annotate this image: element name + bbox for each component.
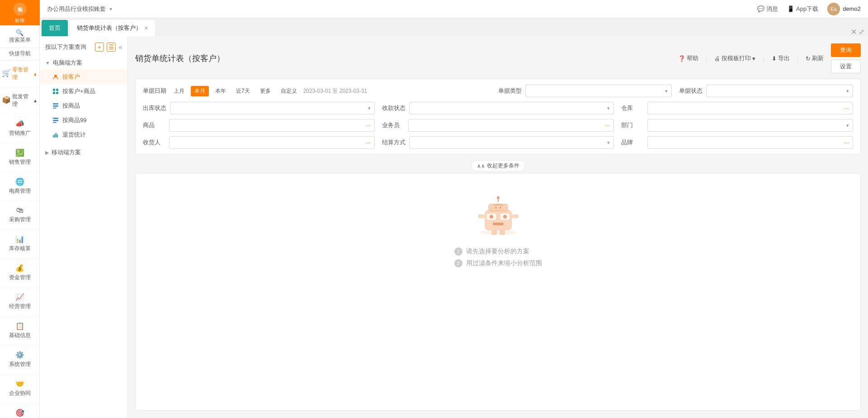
header-actions: ❓ 帮助 | 🖨 按模板打印 ▾ | ⬇ 导出 | xyxy=(676,43,861,73)
search-menu-label: 搜索菜单 xyxy=(9,36,31,44)
dept-arrow: ▾ xyxy=(846,123,849,128)
sidebar-item-enterprise[interactable]: 🤝 企业协同 xyxy=(0,374,39,403)
sidebar-item-ecommerce-label: 电商管理 xyxy=(9,187,31,195)
main-content-header: 销货单统计表（按客户） ❓ 帮助 | 🖨 按模板打印 ▾ | ⬇ xyxy=(135,43,861,73)
content-area: 按以下方案查询 + ☰ « ▼ 电脑端方案 xyxy=(40,36,868,418)
sidebar-item-operation-label: 经营管理 xyxy=(9,303,31,310)
tab-sales-stat[interactable]: 销货单统计表（按客户） × xyxy=(70,20,155,36)
tab-close-btn[interactable]: × xyxy=(144,24,148,32)
sidebar-item-ecommerce[interactable]: 🌐 电商管理 xyxy=(0,172,39,201)
sidebar-item-operation[interactable]: 📈 经营管理 xyxy=(0,287,39,316)
staff-dots[interactable]: ··· xyxy=(604,122,610,129)
scheme-edit-btn[interactable]: ☰ xyxy=(107,43,116,52)
collapse-bar: ∧∧ 收起更多条件 xyxy=(135,160,861,171)
top-header: 办公用品行业模拟账套 ▾ 💬 消息 📱 App下载 Ea demo2 xyxy=(40,0,868,18)
settle-select[interactable]: ▾ xyxy=(409,136,614,149)
custom-date-btn[interactable]: 自定义 xyxy=(277,86,301,96)
sidebar-item-newbie[interactable]: 🎯 新手引导 xyxy=(0,403,39,418)
svg-rect-14 xyxy=(54,134,55,138)
svg-point-17 xyxy=(480,230,516,235)
sidebar-item-retail[interactable]: 🛒 零售管理 ▲ xyxy=(0,61,39,87)
empty-state-illustration xyxy=(471,192,525,238)
svg-rect-9 xyxy=(53,108,57,109)
more-date-btn[interactable]: 更多 xyxy=(256,86,274,96)
warehouse-dots[interactable]: ··· xyxy=(844,104,849,112)
receiver-dots[interactable]: ··· xyxy=(365,139,371,146)
system-icon: ⚙️ xyxy=(15,351,24,359)
svg-rect-23 xyxy=(493,223,504,225)
tab-bar: 首页 销货单统计表（按客户） × ✕ ⤢ xyxy=(40,18,868,36)
this-year-btn[interactable]: 本年 xyxy=(212,86,230,96)
this-month-btn[interactable]: 本月 xyxy=(191,86,209,96)
print-icon: 🖨 xyxy=(714,55,720,62)
print-btn[interactable]: 🖨 按模板打印 ▾ xyxy=(712,53,757,63)
sidebar-item-marketing[interactable]: 📣 营销推广 xyxy=(0,114,39,143)
window-expand-btn[interactable]: ⤢ xyxy=(859,28,864,36)
order-status-select[interactable]: ▾ xyxy=(706,85,853,97)
company-dropdown-icon[interactable]: ▾ xyxy=(109,6,112,12)
scheme-group-desktop-header[interactable]: ▼ 电脑端方案 xyxy=(40,56,127,70)
refresh-icon: ↻ xyxy=(806,55,811,62)
sidebar-item-system[interactable]: ⚙️ 系统管理 xyxy=(0,345,39,374)
message-btn[interactable]: 💬 消息 xyxy=(757,5,778,13)
scheme-group-mobile-header[interactable]: ▶ 移动端方案 xyxy=(40,146,127,159)
sidebar-search[interactable]: 🔍 搜索菜单 xyxy=(0,25,39,48)
newbie-icon: 🎯 xyxy=(15,408,24,417)
quick-nav[interactable]: 快捷导航 xyxy=(0,48,39,61)
scheme-item-by-customer[interactable]: 按客户 xyxy=(40,70,127,84)
sidebar-item-basic-label: 基础信息 xyxy=(9,332,31,339)
export-btn[interactable]: ⬇ 导出 xyxy=(770,53,792,63)
sidebar-item-purchase[interactable]: 🛍 采购管理 xyxy=(0,201,39,229)
window-close-btn[interactable]: ✕ xyxy=(851,28,857,36)
order-status-label: 单据状态 xyxy=(679,87,703,95)
svg-text:畅: 畅 xyxy=(17,6,22,12)
sidebar-item-inventory[interactable]: 📊 库存核算 xyxy=(0,229,39,258)
logo[interactable]: 畅 标推 xyxy=(0,0,40,25)
goods-dots[interactable]: ··· xyxy=(365,122,371,129)
settings-btn[interactable]: 设置 xyxy=(831,60,861,73)
tab-home[interactable]: 首页 xyxy=(42,20,68,36)
out-status-select[interactable]: ▾ xyxy=(170,102,375,114)
user-avatar[interactable]: Ea xyxy=(827,3,840,15)
home-tab-label: 首页 xyxy=(49,24,61,32)
sidebar-item-finance[interactable]: 💰 资金管理 xyxy=(0,258,39,287)
scheme-item-by-customer-goods[interactable]: 按客户+商品 xyxy=(40,84,127,99)
scheme-panel-collapse-btn[interactable]: « xyxy=(118,43,122,51)
staff-input[interactable]: ··· xyxy=(408,119,614,132)
scheme-item-return-stats[interactable]: 退货统计 xyxy=(40,128,127,142)
scheme-item-by-goods[interactable]: 按商品 xyxy=(40,99,127,113)
sidebar-item-sales[interactable]: 💹 销售管理 xyxy=(0,143,39,172)
message-icon: 💬 xyxy=(757,5,764,12)
goods-input[interactable]: ··· xyxy=(169,119,375,132)
dept-select[interactable]: ▾ xyxy=(647,119,853,132)
receiver-input[interactable]: ··· xyxy=(169,136,375,149)
pay-status-select[interactable]: ▾ xyxy=(409,102,614,114)
warehouse-input[interactable]: ··· xyxy=(647,102,853,114)
filter-warehouse: 仓库 ··· xyxy=(621,102,853,114)
sidebar-item-wholesale[interactable]: 📦 批发管理 ▲ xyxy=(0,87,39,114)
scheme-add-btn[interactable]: + xyxy=(95,43,104,52)
collapse-btn[interactable]: ∧∧ 收起更多条件 xyxy=(471,160,525,171)
sidebar-item-basic[interactable]: 📋 基础信息 xyxy=(0,316,39,345)
filter-panel: 单据日期 上月 本月 本年 近7天 更多 自定义 2023-03-01 至 20… xyxy=(135,79,861,155)
sidebar-item-enterprise-label: 企业协同 xyxy=(9,390,31,397)
marketing-icon: 📣 xyxy=(15,119,24,128)
help-label: 帮助 xyxy=(687,54,698,62)
order-type-select[interactable]: ▾ xyxy=(525,85,672,97)
user-area[interactable]: Ea demo2 xyxy=(827,3,861,15)
desktop-group-arrow: ▼ xyxy=(45,60,50,66)
prev-month-btn[interactable]: 上月 xyxy=(170,86,188,96)
last-7-btn[interactable]: 近7天 xyxy=(232,86,254,96)
query-btn[interactable]: 查询 xyxy=(831,43,861,57)
brand-input[interactable]: ··· xyxy=(647,136,853,149)
brand-dots[interactable]: ··· xyxy=(844,139,849,146)
scheme-item-by-goods-99[interactable]: 按商品99 xyxy=(40,113,127,128)
by-goods-label: 按商品 xyxy=(62,102,122,110)
company-title: 办公用品行业模拟账套 xyxy=(47,5,106,13)
app-download-btn[interactable]: 📱 App下载 xyxy=(787,5,818,13)
brand-label: 品牌 xyxy=(621,138,644,147)
refresh-btn[interactable]: ↻ 刷新 xyxy=(804,53,826,63)
separator-2: | xyxy=(763,55,764,62)
help-btn[interactable]: ❓ 帮助 xyxy=(676,53,700,63)
download-icon: 📱 xyxy=(787,5,794,12)
